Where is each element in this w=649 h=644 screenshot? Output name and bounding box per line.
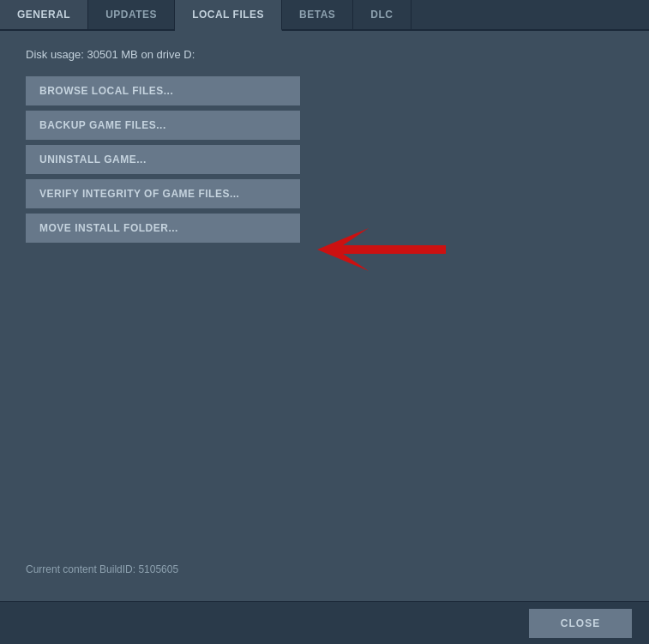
main-content: Disk usage: 30501 MB on drive D: BROWSE … — [0, 31, 649, 601]
move-install-folder-button[interactable]: MOVE INSTALL FOLDER... — [26, 214, 300, 243]
tab-updates[interactable]: UPDATES — [88, 0, 175, 29]
verify-integrity-button[interactable]: VERIFY INTEGRITY OF GAME FILES... — [26, 179, 300, 208]
uninstall-game-button[interactable]: UNINSTALL GAME... — [26, 145, 300, 174]
tab-betas[interactable]: BETAS — [282, 0, 353, 29]
build-id-label: Current content BuildID: 5105605 — [26, 563, 623, 584]
svg-marker-0 — [317, 228, 446, 271]
buttons-section: BROWSE LOCAL FILES... BACKUP GAME FILES.… — [26, 76, 300, 243]
arrow-annotation — [291, 215, 446, 287]
tab-general[interactable]: GENERAL — [0, 0, 88, 29]
browse-local-files-button[interactable]: BROWSE LOCAL FILES... — [26, 76, 300, 105]
close-button[interactable]: CLOSE — [529, 609, 632, 638]
tab-bar: GENERAL UPDATES LOCAL FILES BETAS DLC — [0, 0, 649, 31]
tab-dlc[interactable]: DLC — [353, 0, 411, 29]
backup-game-files-button[interactable]: BACKUP GAME FILES... — [26, 111, 300, 140]
disk-usage-label: Disk usage: 30501 MB on drive D: — [26, 48, 623, 61]
bottom-bar: CLOSE — [0, 601, 649, 644]
tab-local-files[interactable]: LOCAL FILES — [175, 0, 282, 31]
